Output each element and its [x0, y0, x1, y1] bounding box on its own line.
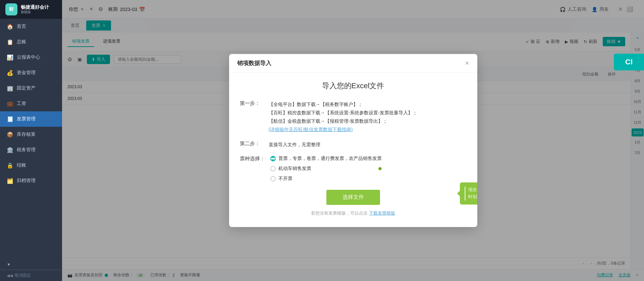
step2-row: 第二步： 直接导入文件，无需整理	[240, 140, 467, 149]
modal-header: 销项数据导入 ×	[229, 54, 477, 73]
step1-row: 第一步： 【全电平台】数据下载→【税务数字账户】； 【百旺】税控盘数据下载→【系…	[240, 100, 467, 134]
fixed-assets-icon: 🏢	[7, 85, 13, 92]
sidebar-item-ledger[interactable]: 📋 总账	[0, 34, 62, 50]
salary-icon: 💼	[7, 100, 13, 107]
sidebar-header: 财 畅捷通好会计 旗舰版	[0, 0, 62, 19]
modal-heading: 导入您的Excel文件	[240, 81, 467, 91]
cloud-report-icon: 📊	[7, 54, 13, 61]
sidebar-item-tax[interactable]: 🏛️ 税务管理	[0, 142, 62, 158]
select-file-container: 选择文件	[240, 190, 467, 205]
sidebar-scroll-down[interactable]: ▼	[0, 260, 62, 270]
modal-body: 导入您的Excel文件 第一步： 【全电平台】数据下载→【税务数字账户】； 【百…	[229, 73, 477, 227]
radio-btn-3[interactable]	[270, 176, 276, 181]
sidebar-item-cloud-report[interactable]: 📊 云报表中心	[0, 50, 62, 65]
sidebar-item-salary[interactable]: 💼 工资	[0, 96, 62, 111]
ticket-option-2[interactable]: 机动车销售发票	[270, 166, 382, 172]
radio-btn-1[interactable]	[270, 156, 276, 161]
import-modal: 销项数据导入 × 导入您的Excel文件 第一步： 【全电平台】数据下载→【税务…	[229, 54, 477, 227]
sidebar-item-archive[interactable]: 🗂️ 归档管理	[0, 173, 62, 188]
sidebar: 财 畅捷通好会计 旗舰版 🏠 首页 📋 总账 📊 云报表中心 💰 资金管理	[0, 0, 62, 281]
download-template-link[interactable]: 下载发票模版	[369, 211, 395, 216]
ticket-options: 普票，专票，卷票，通行费发票，农产品销售发票 机动车销售发票 不开票	[270, 156, 382, 182]
sidebar-item-home[interactable]: 🏠 首页	[0, 19, 62, 34]
home-icon: 🏠	[7, 23, 13, 30]
sidebar-nav: 🏠 首页 📋 总账 📊 云报表中心 💰 资金管理 🏢 固定资产 💼 工资	[0, 19, 62, 260]
sidebar-cancel-pin[interactable]: ◀◀ 取消固定	[0, 270, 62, 281]
modal-close-btn[interactable]: ×	[465, 60, 469, 66]
tooltip-bar	[465, 186, 466, 201]
pin-icon: ◀◀	[7, 273, 13, 278]
ticket-select-label: 票种选择：	[240, 156, 265, 162]
sidebar-item-inventory[interactable]: 📦 库存核算	[0, 127, 62, 142]
step1-guide-link[interactable]: (详细操作见百旺/航信发票数据下载指南)	[269, 127, 353, 132]
step2-content: 直接导入文件，无需整理	[269, 140, 320, 149]
sidebar-item-invoice[interactable]: 🧾 发票管理	[0, 111, 62, 127]
tooltip-bubble: × 现在支持的票种多了，导入发票时别忘了选择正确的发票类型呀!	[460, 182, 477, 205]
tooltip-connector-dot	[378, 167, 382, 170]
step2-label: 第二步：	[240, 140, 263, 147]
scroll-down-icon: ▼	[7, 262, 11, 267]
tax-icon: 🏛️	[7, 147, 13, 153]
sidebar-item-fixed-assets[interactable]: 🏢 固定资产	[0, 80, 62, 96]
step1-content: 【全电平台】数据下载→【税务数字账户】； 【百旺】税控盘数据下载→【系统设置-系…	[269, 100, 417, 134]
modal-title: 销项数据导入	[237, 59, 271, 67]
app-logo: 财	[5, 3, 17, 15]
sidebar-item-fund[interactable]: 💰 资金管理	[0, 65, 62, 80]
tooltip-text: 现在支持的票种多了，导入发票时别忘了选择正确的发票类型呀!	[468, 186, 477, 201]
step1-label: 第一步：	[240, 100, 263, 107]
ticket-select-row: 票种选择： 普票，专票，卷票，通行费发票，农产品销售发票 机动车销售发票	[240, 156, 467, 182]
app-title: 畅捷通好会计 旗舰版	[21, 4, 49, 15]
inventory-icon: 📦	[7, 131, 13, 138]
ticket-option-1[interactable]: 普票，专票，卷票，通行费发票，农产品销售发票	[270, 156, 382, 162]
sidebar-item-close-books[interactable]: 🔒 结账	[0, 158, 62, 173]
modal-footer-note: 若您没有发票模版，可以点击 下载发票模版	[240, 210, 467, 216]
archive-icon: 🗂️	[7, 177, 13, 184]
select-file-btn[interactable]: 选择文件	[326, 190, 380, 205]
close-books-icon: 🔒	[7, 162, 13, 169]
radio-btn-2[interactable]	[270, 166, 276, 171]
ci-badge: CI	[614, 54, 644, 70]
fund-icon: 💰	[7, 69, 13, 76]
modal-overlay: 销项数据导入 × 导入您的Excel文件 第一步： 【全电平台】数据下载→【税务…	[62, 0, 644, 281]
ledger-icon: 📋	[7, 39, 13, 45]
invoice-icon: 🧾	[7, 116, 13, 122]
ticket-option-3[interactable]: 不开票	[270, 176, 382, 182]
